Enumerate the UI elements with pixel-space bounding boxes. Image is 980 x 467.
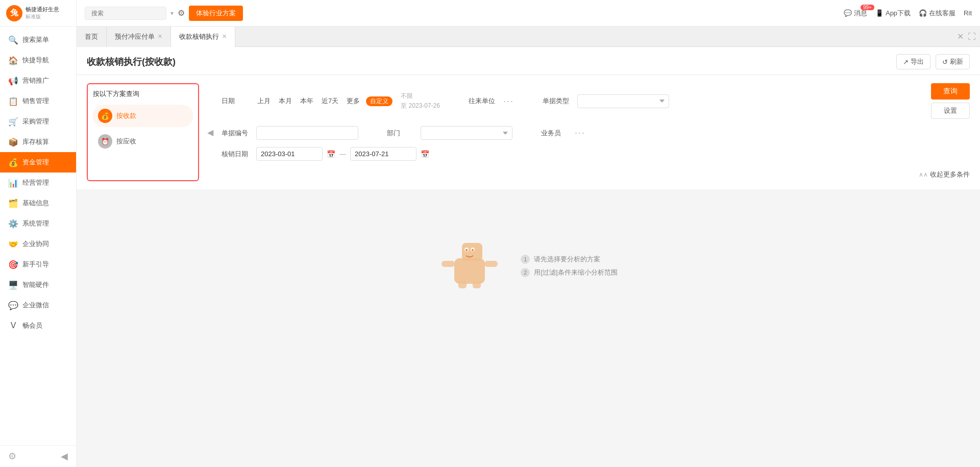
guide-icon: 🎯 [8, 259, 18, 269]
dropdown-arrow-icon[interactable]: ▾ [170, 10, 174, 17]
date-custom-badge[interactable]: 自定义 [366, 96, 393, 106]
basic-label: 基础信息 [22, 199, 49, 208]
verify-date-start-calendar-icon[interactable]: 📅 [327, 150, 335, 158]
doc-type-select[interactable] [577, 94, 669, 108]
refresh-btn[interactable]: ↺ 刷新 [936, 54, 970, 69]
salesperson-dots[interactable]: ··· [575, 128, 585, 138]
export-label: 导出 [911, 57, 924, 66]
message-btn[interactable]: 💬 消息 99+ [844, 9, 867, 18]
settings-icon[interactable]: ⚙ [8, 451, 16, 462]
verify-date-label: 核销日期 [222, 150, 248, 159]
tab-prepay-close-icon[interactable]: ✕ [158, 33, 162, 40]
topbar-right: 💬 消息 99+ 📱 App下载 🎧 在线客服 Rit [844, 9, 972, 18]
date-this-year[interactable]: 本年 [298, 95, 315, 107]
page-actions: ↗ 导出 ↺ 刷新 [896, 54, 970, 69]
sidebar-item-enterprise[interactable]: 🤝企业协同 [0, 234, 76, 254]
guide-label: 新手引导 [22, 260, 49, 269]
doc-type-label: 单据类型 [543, 96, 569, 106]
purchase-label: 采购管理 [22, 117, 49, 126]
svg-rect-7 [484, 261, 498, 267]
logo-sub: 标准版 [26, 13, 59, 20]
filter-area: 按以下方案查询 💰 按收款 ⏰ 按应收 ◀ 日期 上月 本月 [77, 75, 980, 189]
tab-receipt-verify[interactable]: 收款核销执行 ✕ [171, 27, 235, 47]
collapse-sidebar-icon[interactable]: ◀ [61, 451, 68, 462]
dept-select[interactable] [421, 126, 512, 140]
gear-icon[interactable]: ⚙ [178, 8, 185, 18]
collapse-more-btn[interactable]: ∧∧ 收起更多条件 [222, 168, 970, 181]
sidebar-item-basic[interactable]: 🗂️基础信息 [0, 193, 76, 213]
partner-select-dots[interactable]: ··· [503, 96, 514, 107]
empty-hint-1-text: 请先选择要分析的方案 [534, 255, 600, 264]
app-label: App下载 [886, 9, 911, 18]
logo-area: 兔 畅捷通好生意 标准版 [0, 0, 76, 27]
user-name[interactable]: Rit [964, 9, 972, 17]
sidebar-item-marketing[interactable]: 📢营销推广 [0, 70, 76, 91]
tab-home-label: 首页 [85, 32, 98, 41]
export-btn[interactable]: ↗ 导出 [896, 54, 930, 69]
sales-label: 销售管理 [22, 96, 49, 106]
filter-collapse-btn[interactable]: ◀ [207, 83, 213, 181]
tabs-actions: ✕ ⛶ [957, 32, 980, 41]
sales-icon: 📋 [8, 96, 18, 106]
filter-option-by-receipt[interactable]: 💰 按收款 [93, 105, 193, 127]
verify-date-end-input[interactable] [350, 147, 416, 161]
sidebar-item-search[interactable]: 🔍搜索菜单 [0, 30, 76, 50]
sidebar-item-system[interactable]: ⚙️系统管理 [0, 213, 76, 234]
date-this-month[interactable]: 本月 [277, 95, 294, 107]
verify-date-end-calendar-icon[interactable]: 📅 [421, 150, 429, 158]
sidebar-item-guide[interactable]: 🎯新手引导 [0, 254, 76, 275]
tab-receipt-verify-close-icon[interactable]: ✕ [222, 33, 227, 40]
search-input[interactable] [85, 7, 166, 20]
logo-text: 畅捷通好生意 [26, 6, 59, 13]
marketing-icon: 📢 [8, 76, 18, 86]
date-more[interactable]: 更多 [345, 95, 362, 107]
sidebar-item-member[interactable]: V畅会员 [0, 315, 76, 336]
system-icon: ⚙️ [8, 218, 18, 229]
doc-no-input[interactable] [256, 126, 358, 140]
date-no-limit-text: 不限 [401, 92, 440, 101]
sidebar-item-sales[interactable]: 📋销售管理 [0, 91, 76, 111]
app-download-btn[interactable]: 📱 App下载 [875, 9, 911, 18]
sidebar-item-operations[interactable]: 📊经营管理 [0, 173, 76, 193]
tab-home[interactable]: 首页 [77, 27, 107, 47]
query-btn[interactable]: 查询 [931, 83, 970, 100]
hardware-icon: 🖥️ [8, 280, 18, 290]
tab-prepay[interactable]: 预付冲应付单 ✕ [107, 27, 171, 47]
sidebar: 兔 畅捷通好生意 标准版 🔍搜索菜单🏠快捷导航📢营销推广📋销售管理🛒采购管理📦库… [0, 0, 77, 467]
sidebar-item-inventory[interactable]: 📦库存核算 [0, 132, 76, 152]
enterprise-label: 企业协同 [22, 239, 49, 249]
industry-btn[interactable]: 体验行业方案 [189, 6, 243, 21]
maximize-tab-icon[interactable]: ⛶ [968, 32, 976, 41]
sidebar-item-finance[interactable]: 💰资金管理 [0, 152, 76, 173]
hint-num-1: 1 [521, 255, 530, 264]
empty-robot-illustration [439, 230, 500, 291]
marketing-label: 营销推广 [22, 76, 49, 85]
by-receipt-icon: 💰 [98, 109, 112, 123]
setting-btn[interactable]: 设置 [931, 103, 970, 119]
by-receivable-label: 按应收 [116, 137, 136, 146]
sidebar-item-wechat[interactable]: 💬企业微信 [0, 295, 76, 315]
close-tab-icon[interactable]: ✕ [957, 32, 964, 41]
service-label: 在线客服 [929, 9, 955, 18]
refresh-label: 刷新 [950, 57, 963, 66]
salesperson-label: 业务员 [541, 129, 567, 138]
date-last-month[interactable]: 上月 [255, 95, 273, 107]
tab-bar: 首页 预付冲应付单 ✕ 收款核销执行 ✕ ✕ ⛶ [77, 27, 980, 47]
filter-option-by-receivable[interactable]: ⏰ 按应收 [93, 130, 193, 153]
svg-point-5 [472, 249, 474, 251]
empty-state: 1 请先选择要分析的方案 2 用[过滤]条件来缩小分析范围 [77, 189, 980, 342]
online-service-btn[interactable]: 🎧 在线客服 [919, 9, 955, 18]
verify-date-start-input[interactable] [256, 147, 323, 161]
date-shortcuts: 上月 本月 本年 近7天 更多 自定义 [255, 95, 393, 107]
svg-rect-0 [454, 258, 485, 284]
sidebar-item-purchase[interactable]: 🛒采购管理 [0, 111, 76, 132]
inventory-icon: 📦 [8, 137, 18, 147]
collapse-more-label: 收起更多条件 [930, 170, 970, 179]
sidebar-item-hardware[interactable]: 🖥️智能硬件 [0, 275, 76, 295]
sidebar-item-quicknav[interactable]: 🏠快捷导航 [0, 50, 76, 70]
page-header: 收款核销执行(按收款) ↗ 导出 ↺ 刷新 [77, 47, 980, 75]
topbar: ▾ ⚙ 体验行业方案 💬 消息 99+ 📱 App下载 🎧 在线客服 Rit [77, 0, 980, 27]
date-7days[interactable]: 近7天 [320, 95, 340, 107]
sidebar-nav: 🔍搜索菜单🏠快捷导航📢营销推广📋销售管理🛒采购管理📦库存核算💰资金管理📊经营管理… [0, 27, 76, 445]
export-icon: ↗ [903, 58, 909, 66]
